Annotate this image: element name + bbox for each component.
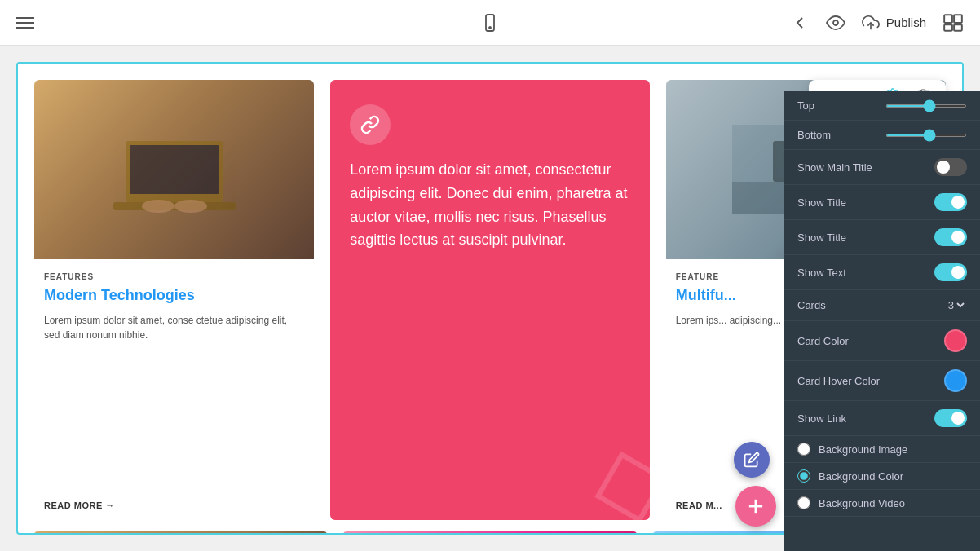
card-color-label: Card Color (797, 335, 849, 347)
topbar-center (480, 13, 500, 33)
show-text-label: Show Text (797, 267, 846, 279)
card-1-text: Lorem ipsum dolor sit amet, conse ctetue… (44, 313, 304, 491)
show-title-1-toggle[interactable] (934, 193, 967, 211)
card-1-body: FEATURES Modern Technologies Lorem ipsum… (34, 259, 314, 520)
setting-cards: Cards 1 2 3 4 (784, 290, 980, 321)
card-1: FEATURES Modern Technologies Lorem ipsum… (34, 80, 314, 520)
laptop-svg (101, 125, 248, 214)
card-pink-text: Lorem ipsum dolor sit amet, consectetur … (350, 158, 629, 252)
main: FEATURES Modern Technologies Lorem ipsum… (0, 46, 980, 551)
setting-card-color: Card Color (784, 321, 980, 361)
bottom-card-1 (34, 531, 327, 535)
topbar-right: Publish (790, 12, 964, 33)
top-slider[interactable] (885, 104, 967, 108)
svg-rect-7 (954, 24, 962, 31)
cards-select[interactable]: 1 2 3 4 (926, 298, 967, 312)
fab-edit-button[interactable] (734, 442, 770, 478)
setting-show-text: Show Text (784, 255, 980, 290)
show-title-2-toggle[interactable] (934, 228, 967, 246)
cards-label: Cards (797, 299, 826, 311)
card-1-image (34, 80, 314, 259)
show-text-toggle[interactable] (934, 263, 967, 281)
plus-icon (744, 495, 767, 518)
svg-point-2 (833, 20, 838, 25)
setting-card-hover-color: Card Hover Color (784, 361, 980, 401)
svg-point-13 (174, 200, 207, 213)
svg-point-12 (142, 200, 174, 213)
preview-button[interactable] (826, 13, 845, 33)
topbar: Publish (0, 0, 980, 46)
setting-bottom: Bottom (784, 121, 980, 150)
back-icon (790, 13, 810, 33)
card-1-title: Modern Technologies (44, 286, 304, 305)
card-pink-watermark: ◇ (577, 415, 649, 520)
setting-bg-color: Background Color (784, 463, 980, 490)
show-link-toggle[interactable] (934, 409, 967, 427)
back-button[interactable] (790, 13, 810, 33)
card-hover-color-swatch[interactable] (944, 369, 967, 392)
phone-icon (480, 13, 500, 33)
card-pink: Lorem ipsum dolor sit amet, consectetur … (330, 80, 649, 520)
setting-bg-image: Background Image (784, 436, 980, 463)
setting-show-link: Show Link (784, 401, 980, 436)
top-label: Top (797, 99, 814, 112)
card-pink-icon (350, 104, 391, 145)
svg-rect-5 (954, 15, 962, 23)
show-title-1-label: Show Title (797, 196, 846, 209)
bg-color-radio[interactable] (797, 469, 810, 483)
edit-icon (744, 452, 760, 468)
mobile-preview-button[interactable] (480, 13, 500, 33)
resize-icon (942, 12, 964, 33)
publish-label: Publish (886, 15, 926, 29)
bottom-slider[interactable] (885, 134, 967, 137)
show-link-label: Show Link (797, 412, 846, 425)
eye-icon (826, 13, 845, 33)
show-main-title-toggle[interactable] (934, 158, 967, 176)
svg-rect-4 (944, 15, 952, 23)
card-1-category: FEATURES (44, 272, 304, 281)
bg-video-label: Background Video (819, 497, 905, 509)
setting-show-title-1: Show Title (784, 185, 980, 220)
settings-panel: Top Bottom Show Main Title Show Title (784, 91, 980, 551)
setting-show-title-2: Show Title (784, 220, 980, 255)
card-hover-color-label: Card Hover Color (797, 375, 880, 387)
hamburger-icon (16, 17, 34, 29)
hamburger-button[interactable] (16, 17, 34, 29)
link-icon (360, 115, 380, 134)
setting-show-main-title: Show Main Title (784, 150, 980, 185)
bg-video-radio[interactable] (797, 496, 810, 509)
cloud-upload-icon (862, 14, 880, 32)
bottom-card-2 (343, 531, 636, 535)
svg-rect-6 (944, 24, 952, 31)
show-title-2-label: Show Title (797, 231, 846, 244)
publish-button[interactable]: Publish (862, 14, 926, 32)
fab-add-button[interactable] (735, 486, 776, 527)
setting-bg-video: Background Video (784, 490, 980, 517)
resize-button[interactable] (942, 12, 964, 33)
show-main-title-label: Show Main Title (797, 161, 872, 174)
bg-color-label: Background Color (819, 470, 903, 483)
bg-image-radio[interactable] (797, 443, 810, 456)
bottom-label: Bottom (797, 129, 831, 141)
card-color-swatch[interactable] (944, 329, 967, 352)
svg-rect-10 (130, 145, 219, 194)
svg-point-1 (489, 27, 491, 29)
bg-image-label: Background Image (819, 443, 907, 456)
topbar-left (16, 17, 34, 29)
setting-top: Top (784, 91, 980, 121)
card-1-link[interactable]: READ MORE → (44, 500, 304, 510)
